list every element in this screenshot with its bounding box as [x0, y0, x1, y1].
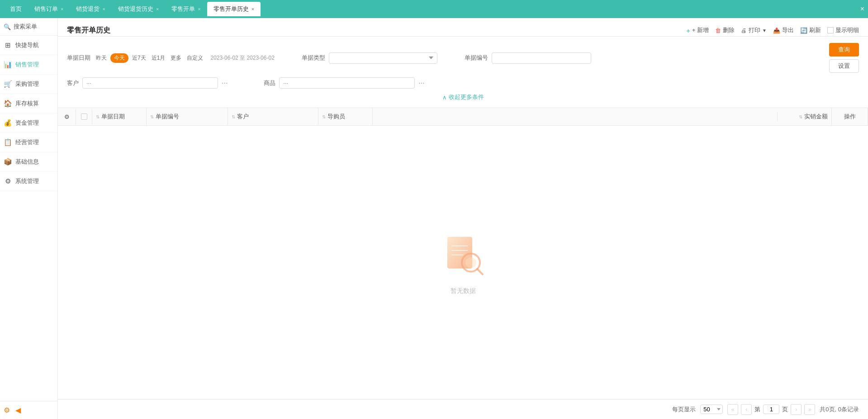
tab-sales-return-history[interactable]: 销货退货历史 ×	[112, 2, 165, 16]
page-title: 零售开单历史	[67, 26, 110, 35]
sort-icon-amount: ⇅	[799, 114, 802, 119]
date-quick-btns: 昨天 今天 近7天 近1月 更多 自定义	[94, 53, 205, 63]
svg-line-5	[477, 269, 483, 274]
filter-group-customer: 客户 ···	[67, 77, 228, 89]
doc-type-select[interactable]	[329, 52, 437, 64]
footer-settings-icon[interactable]: ⚙	[4, 406, 10, 414]
sidebar: 🔍 搜索采单 ⊞ 快捷导航 📊 销售管理 🛒 采购管理 🏠 库存核算 💰	[0, 18, 58, 419]
page-total: 共0页, 0条记录	[820, 405, 859, 414]
last-page-btn[interactable]: »	[804, 404, 815, 415]
sidebar-item-purchase-mgmt[interactable]: 🛒 采购管理	[0, 75, 57, 94]
filter-group-date: 单据日期 昨天 今天 近7天 近1月 更多 自定义 2023-06-02 至 2…	[67, 53, 275, 63]
content-area: 零售开单历史 + + 新增 🗑 删除 🖨 打印 ▼ 📤 导出	[58, 18, 868, 419]
sidebar-item-inventory[interactable]: 🏠 库存核算	[0, 94, 57, 113]
tab-home[interactable]: 首页	[4, 2, 28, 16]
sales-mgmt-icon: 📊	[4, 61, 12, 69]
sort-icon-guide: ⇅	[322, 114, 326, 119]
show-detail-toggle[interactable]: 显示明细	[827, 26, 859, 34]
tab-close-sales-return-history[interactable]: ×	[156, 6, 159, 12]
tab-bar: 首页 销售订单 × 销货退货 × 销货退货历史 × 零售开单 × 零售开单历史 …	[0, 0, 868, 18]
footer-collapse-icon[interactable]: ◀	[15, 406, 21, 414]
th-amount[interactable]: ⇅ 实销金额	[778, 108, 832, 125]
export-icon: 📤	[773, 27, 780, 34]
sidebar-footer: ⚙ ◀	[0, 401, 57, 419]
tab-close-retail-history[interactable]: ×	[251, 6, 254, 12]
th-checkbox[interactable]	[76, 109, 92, 124]
print-icon: 🖨	[741, 27, 747, 34]
date-btn-more[interactable]: 更多	[169, 53, 183, 63]
page-input[interactable]	[763, 405, 779, 414]
th-op: 操作	[832, 108, 868, 125]
header-checkbox[interactable]	[81, 113, 87, 120]
export-button[interactable]: 📤 导出	[773, 24, 794, 36]
table-area: ⚙ ⇅ 单据日期 ⇅ 单据编号 ⇅ 客户 ⇅	[58, 108, 868, 419]
goods-input[interactable]	[279, 77, 415, 89]
filter-row-1: 单据日期 昨天 今天 近7天 近1月 更多 自定义 2023-06-02 至 2…	[67, 43, 859, 73]
date-btn-custom[interactable]: 自定义	[185, 53, 205, 63]
search-icon: 🔍	[4, 24, 11, 30]
th-spacer	[373, 112, 778, 121]
quick-nav-icon: ⊞	[4, 41, 12, 49]
th-date[interactable]: ⇅ 单据日期	[92, 108, 147, 125]
empty-text: 暂无数据	[451, 287, 476, 295]
print-dropdown-icon: ▼	[762, 28, 767, 33]
table-header: ⚙ ⇅ 单据日期 ⇅ 单据编号 ⇅ 客户 ⇅	[58, 108, 868, 126]
goods-dots[interactable]: ···	[418, 79, 424, 87]
sidebar-item-finance[interactable]: 💰 资金管理	[0, 113, 57, 133]
collapse-row: ∧ 收起更多条件	[67, 91, 859, 101]
tab-bar-right: ×	[860, 5, 864, 13]
doc-type-label: 单据类型	[302, 54, 325, 62]
customer-label: 客户	[67, 79, 79, 87]
tab-sales-return[interactable]: 销货退货 ×	[70, 2, 111, 16]
query-button[interactable]: 查询	[829, 43, 859, 56]
th-guide[interactable]: ⇅ 导购员	[318, 108, 373, 125]
filter-group-goods: 商品 ···	[264, 77, 424, 89]
th-customer[interactable]: ⇅ 客户	[228, 108, 318, 125]
customer-input[interactable]	[82, 77, 218, 89]
add-button[interactable]: + + 新增	[686, 24, 709, 36]
sidebar-item-basic-info[interactable]: 📦 基础信息	[0, 152, 57, 172]
table-settings-icon: ⚙	[64, 113, 70, 120]
th-settings[interactable]: ⚙	[58, 109, 76, 125]
collapse-button[interactable]: ∧ 收起更多条件	[442, 93, 484, 101]
sort-icon-number: ⇅	[150, 114, 154, 119]
window-close-btn[interactable]: ×	[860, 5, 864, 13]
tab-close-sales-order[interactable]: ×	[61, 6, 63, 12]
goods-label: 商品	[264, 79, 275, 87]
date-btn-last7[interactable]: 近7天	[130, 53, 148, 63]
purchase-mgmt-icon: 🛒	[4, 80, 12, 88]
date-btn-last1m[interactable]: 近1月	[150, 53, 167, 63]
sidebar-item-sales-mgmt[interactable]: 📊 销售管理	[0, 55, 57, 75]
doc-number-input[interactable]	[492, 52, 591, 64]
refresh-button[interactable]: 🔄 刷新	[800, 24, 821, 36]
page-header: 零售开单历史 + + 新增 🗑 删除 🖨 打印 ▼ 📤 导出	[58, 18, 868, 37]
filter-settings-button[interactable]: 设置	[829, 59, 859, 73]
date-range-display: 2023-06-02 至 2023-06-02	[210, 54, 274, 62]
customer-dots[interactable]: ···	[222, 79, 228, 87]
sidebar-item-quick-nav[interactable]: ⊞ 快捷导航	[0, 36, 57, 55]
per-page-select[interactable]: 50 10 20 100	[700, 405, 723, 414]
tab-retail-open[interactable]: 零售开单 ×	[165, 2, 207, 16]
sidebar-search[interactable]: 🔍 搜索采单	[0, 18, 57, 36]
main-layout: 🔍 搜索采单 ⊞ 快捷导航 📊 销售管理 🛒 采购管理 🏠 库存核算 💰	[0, 18, 868, 419]
tab-close-retail-open[interactable]: ×	[198, 6, 200, 12]
sidebar-item-sys-mgmt[interactable]: ⚙ 系统管理	[0, 172, 57, 191]
delete-button[interactable]: 🗑 删除	[715, 24, 735, 36]
sidebar-item-ops-mgmt[interactable]: 📋 经营管理	[0, 133, 57, 152]
page-label: 第	[754, 405, 760, 414]
print-button[interactable]: 🖨 打印 ▼	[741, 24, 767, 36]
first-page-btn[interactable]: «	[727, 404, 738, 415]
filter-row-2: 客户 ··· 商品 ···	[67, 77, 859, 89]
pagination: 每页显示 50 10 20 100 « ‹ 第 页 › » 共0页, 0条记录	[58, 399, 868, 419]
date-btn-today[interactable]: 今天	[110, 53, 128, 63]
tab-close-sales-return[interactable]: ×	[102, 6, 105, 12]
show-detail-checkbox[interactable]	[827, 27, 834, 33]
filter-area: 单据日期 昨天 今天 近7天 近1月 更多 自定义 2023-06-02 至 2…	[58, 37, 868, 108]
next-page-btn[interactable]: ›	[791, 404, 802, 415]
prev-page-btn[interactable]: ‹	[741, 404, 752, 415]
tab-sales-order[interactable]: 销售订单 ×	[28, 2, 70, 16]
date-btn-yesterday[interactable]: 昨天	[94, 53, 109, 63]
page-nav: « ‹ 第 页 › »	[727, 404, 815, 415]
th-number[interactable]: ⇅ 单据编号	[147, 108, 228, 125]
tab-retail-history[interactable]: 零售开单历史 ×	[207, 2, 261, 16]
